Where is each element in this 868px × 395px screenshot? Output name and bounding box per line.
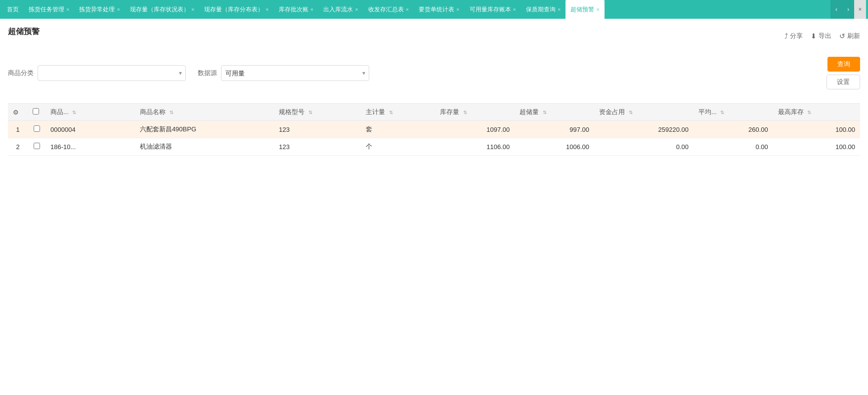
row-maxstock-1: 100.00	[773, 138, 860, 156]
col-header-stock[interactable]: 库存量 ⇅	[435, 104, 515, 121]
row-seq-0: 1	[8, 121, 28, 138]
close-overstock-warning-icon[interactable]: ×	[596, 6, 599, 12]
nav-item-stock-dist[interactable]: 现存量（库存分布表） ×	[199, 0, 273, 19]
sort-overstock-icon: ⇅	[543, 110, 547, 115]
row-capital-1: 0.00	[594, 138, 694, 156]
row-avg-0: 260.00	[694, 121, 773, 138]
sort-stock-icon: ⇅	[463, 110, 467, 115]
row-goods-name-0: 六配套新昌490BPG	[135, 121, 274, 138]
share-icon: ⤴	[784, 32, 788, 40]
close-pick-exception-icon[interactable]: ×	[117, 6, 120, 12]
gear-header[interactable]: ⚙	[8, 104, 28, 121]
row-goods-code-0: 0000004	[45, 121, 135, 138]
datasource-select-wrap: 可用量 库存量	[221, 65, 369, 81]
nav-item-inout-flow[interactable]: 出入库流水 ×	[318, 0, 363, 19]
share-button[interactable]: ⤴ 分享	[784, 32, 803, 40]
settings-button[interactable]: 设置	[826, 75, 860, 89]
nav-arrow-left[interactable]: ‹	[830, 0, 842, 19]
query-button[interactable]: 查询	[827, 57, 860, 72]
close-stock-status-icon[interactable]: ×	[191, 6, 194, 12]
sort-goods-code-icon: ⇅	[72, 110, 76, 115]
nav-item-batch-ledger[interactable]: 库存批次账 ×	[274, 0, 318, 19]
datasource-label: 数据源	[198, 69, 217, 78]
close-summary-icon[interactable]: ×	[406, 6, 409, 12]
row-stock-0: 1097.00	[435, 121, 515, 138]
datasource-filter: 数据源 可用量 库存量	[198, 65, 369, 81]
top-nav: 首页 拣货任务管理 × 拣货异常处理 × 现存量（库存状况表） × 现存量（库存…	[0, 0, 868, 19]
sort-avg-icon: ⇅	[720, 110, 724, 115]
nav-item-home[interactable]: 首页	[2, 0, 24, 19]
nav-item-expiry-query[interactable]: 保质期查询 ×	[521, 0, 565, 19]
filter-buttons: 查询 设置	[826, 57, 860, 89]
sort-spec-icon: ⇅	[308, 110, 312, 115]
nav-item-order-stat[interactable]: 要货单统计表 ×	[414, 0, 464, 19]
close-batch-ledger-icon[interactable]: ×	[310, 6, 313, 12]
col-header-overstock[interactable]: 超储量 ⇅	[515, 104, 594, 121]
row-spec-1: 123	[274, 138, 361, 156]
row-unit-1: 个	[361, 138, 435, 156]
row-checkbox-0[interactable]	[28, 121, 45, 138]
col-header-avg[interactable]: 平均... ⇅	[694, 104, 773, 121]
export-icon: ⬇	[811, 32, 817, 40]
row-goods-name-1: 机油滤清器	[135, 138, 274, 156]
sort-capital-icon: ⇅	[629, 110, 633, 115]
select-all-checkbox[interactable]	[33, 108, 39, 115]
table-row: 1 0000004 六配套新昌490BPG 123 套 1097.00 997.…	[8, 121, 860, 138]
table-header-row: ⚙ 商品... ⇅ 商品名称 ⇅ 规格型号 ⇅ 主计量	[8, 104, 860, 121]
close-pick-task-icon[interactable]: ×	[66, 6, 69, 12]
nav-item-summary[interactable]: 收发存汇总表 ×	[363, 0, 414, 19]
checkbox-header	[28, 104, 45, 121]
nav-item-pick-exception[interactable]: 拣货异常处理 ×	[74, 0, 125, 19]
page-content: 超储预警 ⤴ 分享 ⬇ 导出 ↺ 刷新 商品分类	[0, 19, 868, 156]
row-seq-1: 2	[8, 138, 28, 156]
export-button[interactable]: ⬇ 导出	[811, 32, 831, 40]
table-row: 2 186-10... 机油滤清器 123 个 1106.00 1006.00 …	[8, 138, 860, 156]
nav-item-overstock-warning[interactable]: 超储预警 ×	[565, 0, 604, 19]
row-goods-code-1: 186-10...	[45, 138, 135, 156]
category-select[interactable]	[38, 65, 186, 81]
close-stock-dist-icon[interactable]: ×	[265, 6, 268, 12]
row-stock-1: 1106.00	[435, 138, 515, 156]
row-avg-1: 0.00	[694, 138, 773, 156]
nav-item-pick-task[interactable]: 拣货任务管理 ×	[24, 0, 74, 19]
category-label: 商品分类	[8, 69, 34, 78]
col-header-goods-code[interactable]: 商品... ⇅	[45, 104, 135, 121]
close-inout-flow-icon[interactable]: ×	[355, 6, 358, 12]
table-body: 1 0000004 六配套新昌490BPG 123 套 1097.00 997.…	[8, 121, 860, 156]
datasource-select[interactable]: 可用量 库存量	[221, 65, 369, 81]
col-header-unit[interactable]: 主计量 ⇅	[361, 104, 435, 121]
row-spec-0: 123	[274, 121, 361, 138]
sort-goods-name-icon: ⇅	[170, 110, 174, 115]
sort-unit-icon: ⇅	[389, 110, 393, 115]
nav-arrow-close[interactable]: ×	[854, 0, 866, 19]
gear-icon: ⚙	[13, 109, 19, 116]
row-overstock-1: 1006.00	[515, 138, 594, 156]
row-unit-0: 套	[361, 121, 435, 138]
data-table: ⚙ 商品... ⇅ 商品名称 ⇅ 规格型号 ⇅ 主计量	[8, 103, 860, 156]
row-overstock-0: 997.00	[515, 121, 594, 138]
col-header-goods-name[interactable]: 商品名称 ⇅	[135, 104, 274, 121]
nav-arrow-right[interactable]: ›	[842, 0, 854, 19]
filter-bar: 商品分类 数据源 可用量 库存量 查询 设置	[8, 51, 860, 95]
header-actions: ⤴ 分享 ⬇ 导出 ↺ 刷新	[784, 32, 860, 40]
row-maxstock-0: 100.00	[773, 121, 860, 138]
close-expiry-query-icon[interactable]: ×	[558, 6, 561, 12]
col-header-capital[interactable]: 资金占用 ⇅	[594, 104, 694, 121]
close-available-book-icon[interactable]: ×	[513, 6, 516, 12]
row-checkbox-1[interactable]	[28, 138, 45, 156]
nav-arrows: ‹ › ×	[830, 0, 866, 19]
close-order-stat-icon[interactable]: ×	[456, 6, 459, 12]
category-filter: 商品分类	[8, 65, 186, 81]
page-header: 超储预警 ⤴ 分享 ⬇ 导出 ↺ 刷新	[8, 27, 860, 45]
sort-maxstock-icon: ⇅	[807, 110, 811, 115]
nav-item-available-book[interactable]: 可用量库存账本 ×	[465, 0, 521, 19]
col-header-spec[interactable]: 规格型号 ⇅	[274, 104, 361, 121]
nav-item-stock-status[interactable]: 现存量（库存状况表） ×	[125, 0, 199, 19]
refresh-icon: ↺	[839, 32, 845, 40]
row-capital-0: 259220.00	[594, 121, 694, 138]
col-header-maxstock[interactable]: 最高库存 ⇅	[773, 104, 860, 121]
refresh-button[interactable]: ↺ 刷新	[839, 32, 860, 40]
page-title: 超储预警	[8, 27, 40, 37]
category-select-wrap	[38, 65, 186, 81]
